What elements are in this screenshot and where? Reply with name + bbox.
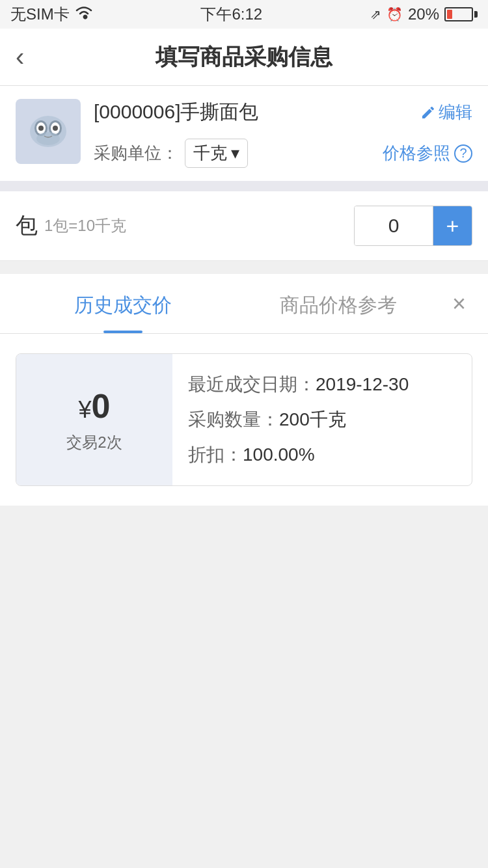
svg-point-5 — [38, 126, 44, 131]
product-name: [0000006]手撕面包 — [94, 99, 258, 126]
page-title: 填写商品采购信息 — [156, 42, 332, 72]
main-background — [0, 506, 488, 868]
unit-dropdown[interactable]: 千克 ▾ — [185, 139, 248, 168]
yen-symbol: ¥ — [79, 396, 92, 423]
status-bar-time: 下午6:12 — [200, 4, 262, 25]
trade-count: 交易2次 — [66, 432, 122, 453]
product-thumbnail — [16, 99, 81, 164]
section-divider — [0, 181, 488, 191]
carrier-label: 无SIM卡 — [10, 4, 70, 25]
back-button[interactable]: ‹ — [16, 42, 24, 72]
edit-button[interactable]: 编辑 — [420, 101, 472, 124]
svg-point-6 — [53, 126, 58, 131]
battery-percent: 20% — [408, 5, 439, 23]
status-bar: 无SIM卡 下午6:12 ⇗ ⏰ 20% — [0, 0, 488, 29]
price-card-left: ¥0 交易2次 — [16, 354, 172, 485]
quantity-label: 包 1包=10千克 — [16, 211, 126, 241]
price-value: ¥0 — [79, 387, 111, 426]
svg-point-7 — [36, 132, 60, 145]
unit-hint: 1包=10千克 — [44, 215, 126, 236]
product-info: [0000006]手撕面包 编辑 采购单位： 千克 ▾ 价格参照 ? — [94, 99, 472, 168]
unit-label: 采购单位： — [94, 142, 178, 165]
quantity-control[interactable]: + — [354, 206, 472, 246]
location-icon: ⇗ — [370, 7, 381, 22]
nav-bar: ‹ 填写商品采购信息 — [0, 29, 488, 86]
quantity-row: 包 1包=10千克 + — [0, 191, 488, 261]
quantity-plus-button[interactable]: + — [433, 206, 472, 245]
product-section: [0000006]手撕面包 编辑 采购单位： 千克 ▾ 价格参照 ? — [0, 86, 488, 181]
price-card: ¥0 交易2次 最近成交日期：2019-12-30 采购数量：200千克 折扣：… — [16, 353, 472, 486]
product-unit-row: 采购单位： 千克 ▾ 价格参照 ? — [94, 139, 472, 168]
price-ref-help-icon[interactable]: ? — [454, 144, 472, 163]
price-detail-date: 最近成交日期：2019-12-30 — [188, 372, 456, 397]
quantity-input[interactable] — [355, 206, 433, 245]
price-card-right: 最近成交日期：2019-12-30 采购数量：200千克 折扣：100.00% — [172, 354, 472, 485]
alarm-icon: ⏰ — [386, 7, 403, 22]
tab-product-price-ref[interactable]: 商品价格参考 — [230, 274, 445, 333]
tab-history-price[interactable]: 历史成交价 — [16, 274, 230, 333]
tab-bar: 历史成交价 商品价格参考 × — [0, 274, 488, 334]
battery-indicator — [444, 7, 478, 21]
wifi-icon — [75, 5, 93, 23]
unit-selector[interactable]: 采购单位： 千克 ▾ — [94, 139, 248, 168]
price-reference-button[interactable]: 价格参照 ? — [383, 142, 472, 165]
product-info-row1: [0000006]手撕面包 编辑 — [94, 99, 472, 126]
tab-close-button[interactable]: × — [446, 284, 472, 324]
price-detail-quantity: 采购数量：200千克 — [188, 407, 456, 432]
price-card-area: ¥0 交易2次 最近成交日期：2019-12-30 采购数量：200千克 折扣：… — [0, 334, 488, 506]
package-icon: 包 — [16, 211, 38, 241]
status-bar-left: 无SIM卡 — [10, 4, 93, 25]
status-bar-right: ⇗ ⏰ 20% — [370, 5, 478, 23]
price-detail-discount: 折扣：100.00% — [188, 442, 456, 467]
